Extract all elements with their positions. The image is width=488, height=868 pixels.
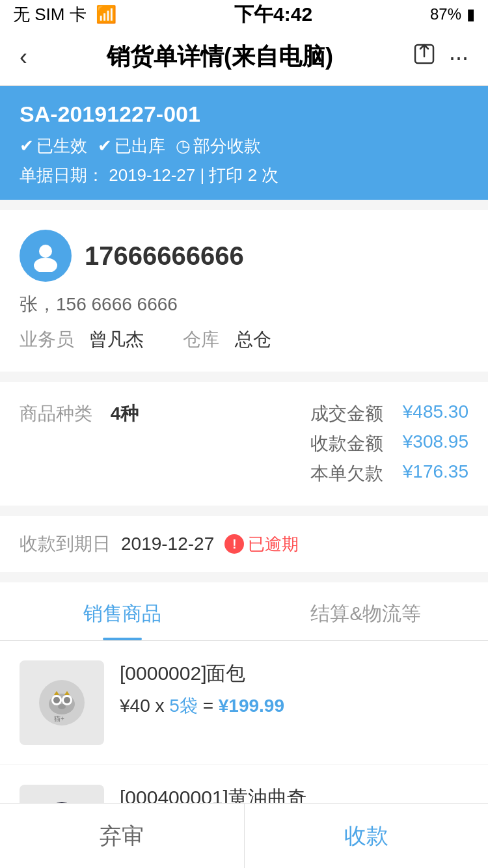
deal-label: 成交金额 [310,401,383,426]
order-date-row: 单据日期： 2019-12-27 | 打印 2 次 [20,164,468,187]
status-bar: 无 SIM 卡 📶 下午4:42 87% ▮ [0,0,488,29]
sales-name: 曾凡杰 [89,329,144,349]
bottom-bar: 弃审 收款 [0,803,488,868]
avatar [20,230,72,282]
warehouse-label: 仓库 [183,329,219,349]
svg-text:猫+: 猫+ [54,715,64,722]
deal-amount: ¥485.30 [403,401,468,426]
order-date-value: 2019-12-27 [109,165,195,185]
svg-point-7 [53,697,60,703]
product-type-value: 4种 [111,401,139,426]
status-time: 下午4:42 [234,1,312,28]
cancel-button[interactable]: 弃审 [0,804,245,868]
svg-point-9 [58,704,66,709]
date-label: 单据日期： [20,165,104,185]
product-image-1: 猫+ [20,660,104,745]
list-item: 猫+ [0000002]面包 ¥40 x 5袋 = ¥199.99 [0,641,488,765]
print-info: | 打印 2 次 [200,165,278,185]
status-battery: 87% ▮ [430,5,475,23]
due-date-value: 2019-12-27 [121,534,214,554]
owed-label: 本单欠款 [310,461,383,486]
overdue-icon: ! [224,534,244,554]
customer-meta: 业务员 曾凡杰 仓库 总仓 [20,327,468,352]
warehouse-name: 总仓 [235,329,271,349]
nav-actions: ··· [413,42,468,72]
received-label: 收款金额 [310,431,383,456]
battery-percent: 87% [430,5,461,23]
customer-contact: 张，156 6666 6666 [20,292,468,317]
check-icon-1: ✔ [20,136,34,156]
clock-icon: ◷ [176,136,191,156]
stat-row-received: 收款金额 ¥308.95 [310,431,468,456]
received-amount: ¥308.95 [403,431,468,456]
page-title: 销货单详情(来自电脑) [107,41,333,73]
order-header: SA-20191227-001 ✔ 已生效 ✔ 已出库 ◷ 部分收款 单据日期：… [0,86,488,200]
stats-section: 商品种类 4种 成交金额 ¥485.30 收款金额 ¥308.95 本单欠款 ¥… [0,382,488,506]
svg-point-2 [34,258,57,272]
overdue-badge: ! 已逾期 [224,533,299,556]
svg-point-1 [39,245,52,258]
warehouse-info: 仓库 总仓 [183,327,271,352]
share-button[interactable] [413,42,436,72]
battery-icon: ▮ [467,5,475,23]
product-type-label: 商品种类 [20,401,92,426]
status-shipped-label: 已出库 [115,135,165,157]
overdue-label: 已逾期 [248,533,299,556]
financial-stats: 成交金额 ¥485.30 收款金额 ¥308.95 本单欠款 ¥176.35 [310,401,468,486]
product-price-1: ¥40 x 5袋 = ¥199.99 [120,694,468,718]
product-total-1: ¥199.99 [219,696,284,716]
stat-row-deal: 成交金额 ¥485.30 [310,401,468,426]
order-status-row: ✔ 已生效 ✔ 已出库 ◷ 部分收款 [20,135,468,157]
status-active: ✔ 已生效 [20,135,87,157]
check-icon-2: ✔ [98,136,112,156]
tabs-header: 销售商品 结算&物流等 [0,582,488,641]
status-active-label: 已生效 [36,135,87,157]
nav-bar: ‹ 销货单详情(来自电脑) ··· [0,29,488,86]
confirm-button[interactable]: 收款 [245,804,489,868]
product-name-1: [0000002]面包 [120,660,468,687]
status-signal: 无 SIM 卡 📶 [13,3,116,26]
owed-amount: ¥176.35 [403,461,468,486]
status-partial-label: 部分收款 [193,135,261,157]
product-info-1: [0000002]面包 ¥40 x 5袋 = ¥199.99 [120,660,468,718]
due-date-label: 收款到期日 [20,532,111,556]
customer-top: 17666666666 [20,230,468,282]
due-date-section: 收款到期日 2019-12-27 ! 已逾期 [0,516,488,572]
product-count: 商品种类 4种 [20,401,139,426]
tab-sales[interactable]: 销售商品 [0,582,244,640]
stat-row-owed: 本单欠款 ¥176.35 [310,461,468,486]
product-qty-1: 5袋 [169,696,198,716]
more-button[interactable]: ··· [449,44,468,71]
status-shipped: ✔ 已出库 [98,135,165,157]
back-button[interactable]: ‹ [20,44,27,71]
svg-point-8 [64,697,70,703]
status-partial: ◷ 部分收款 [176,135,261,157]
customer-id: 17666666666 [85,241,244,271]
customer-section: 17666666666 张，156 6666 6666 业务员 曾凡杰 仓库 总… [0,210,488,372]
sales-info: 业务员 曾凡杰 [20,327,144,352]
tab-settlement[interactable]: 结算&物流等 [244,582,488,640]
sales-label: 业务员 [20,329,74,349]
order-number: SA-20191227-001 [20,102,468,127]
